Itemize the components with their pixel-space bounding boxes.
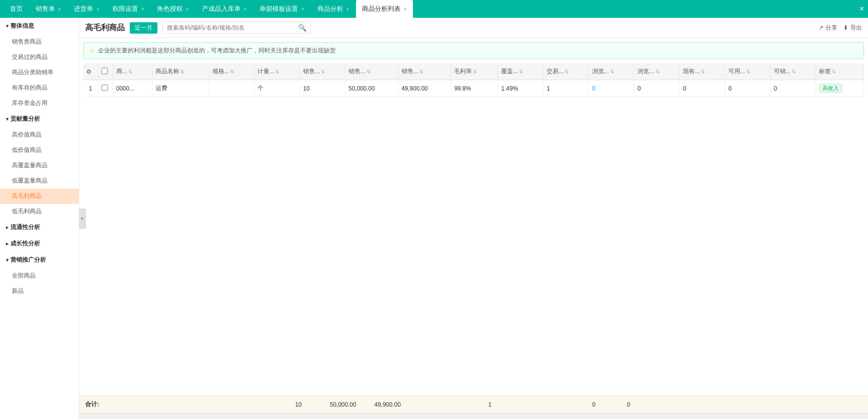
footer-cell-0 (109, 401, 193, 408)
sidebar-group-2[interactable]: ▸流通性分析 (0, 219, 79, 235)
col-header-coverage[interactable]: 覆盖...⇅ (498, 63, 544, 80)
col-header-available_stock[interactable]: 可用...⇅ (725, 63, 770, 80)
nav-item-5[interactable]: 产成品入库单× (196, 0, 253, 18)
sidebar-item-1-0[interactable]: 高价值商品 (0, 127, 79, 142)
sidebar-collapse-button[interactable]: « (79, 209, 86, 229)
footer-cell-15 (693, 401, 723, 408)
footer-cell-11 (555, 401, 589, 408)
col-header-gross_rate[interactable]: 毛利率⇅ (451, 63, 498, 80)
sidebar-item-1-2[interactable]: 高覆盖量商品 (0, 158, 79, 173)
table-container[interactable]: ⚙商...⇅商品名称⇅规格...⇅计量...⇅销售...⇅销售...⇅销售...… (83, 63, 864, 395)
export-button[interactable]: ⬇ 导出 (843, 24, 862, 32)
nav-item-2[interactable]: 进货单× (68, 0, 105, 18)
row-select-0[interactable] (102, 85, 108, 91)
col-header-name[interactable]: 商品名称⇅ (153, 63, 209, 80)
col-header-transactions[interactable]: 交易...⇅ (544, 63, 589, 80)
nav-close-icon-8[interactable]: × (404, 6, 407, 12)
col-header-browse2[interactable]: 浏览...⇅ (634, 63, 680, 80)
nav-close-icon-3[interactable]: × (141, 6, 144, 12)
nav-close-icon-6[interactable]: × (301, 6, 304, 12)
nav-item-0[interactable]: 首页 (4, 0, 29, 18)
collapse-icon: « (81, 216, 84, 221)
sort-icon-code[interactable]: ⇅ (128, 69, 132, 74)
nav-close-icon-2[interactable]: × (96, 6, 99, 12)
col-label-gross_rate: 毛利率 (454, 67, 472, 76)
col-header-sales_qty[interactable]: 销售...⇅ (300, 63, 346, 80)
sort-icon-spec[interactable]: ⇅ (230, 69, 234, 74)
row-0-sales_amount: 50,000.00 (345, 80, 398, 97)
footer-cell-10 (520, 401, 555, 408)
row-0-available_stock: 0 (725, 80, 770, 97)
sidebar-item-0-2[interactable]: 商品分类助销率 (0, 65, 79, 80)
sort-icon-sales_amount[interactable]: ⇅ (366, 69, 370, 74)
sidebar-group-0[interactable]: ▾整体信息 (0, 18, 79, 34)
col-header-sellable_stock[interactable]: 可销...⇅ (770, 63, 816, 80)
footer-cell-8 (451, 401, 485, 408)
sidebar-item-1-4[interactable]: 高毛利商品 (0, 188, 79, 204)
footer-cell-9: 1 (485, 401, 520, 408)
nav-item-4[interactable]: 角色授权× (151, 0, 195, 18)
sort-icon-sales_profit[interactable]: ⇅ (419, 69, 423, 74)
nav-item-6[interactable]: 单据模板设置× (254, 0, 310, 18)
top-navigation: 首页销售单×进货单×权限设置×角色授权×产成品入库单×单据模板设置×商品分析×商… (0, 0, 868, 18)
sidebar-item-4-0[interactable]: 全部商品 (0, 268, 79, 283)
sort-icon-name[interactable]: ⇅ (180, 69, 184, 74)
sidebar-item-1-5[interactable]: 低毛利商品 (0, 204, 79, 219)
search-box: 🔍 (162, 22, 311, 34)
sort-icon-coverage[interactable]: ⇅ (519, 69, 523, 74)
nav-close-icon-4[interactable]: × (186, 6, 189, 12)
sidebar-item-4-1[interactable]: 新品 (0, 283, 79, 299)
search-input[interactable] (167, 24, 298, 31)
col-header-checkbox[interactable] (98, 63, 113, 80)
sort-icon-transactions[interactable]: ⇅ (564, 69, 568, 74)
nav-close-icon-7[interactable]: × (346, 6, 349, 12)
nav-item-3[interactable]: 权限设置× (106, 0, 150, 18)
sidebar-item-0-4[interactable]: 库存资金占用 (0, 95, 79, 111)
horizontal-scrollbar[interactable] (79, 413, 868, 419)
sort-icon-available_stock[interactable]: ⇅ (746, 69, 750, 74)
col-header-tag[interactable]: 标签⇅ (816, 63, 864, 80)
time-filter-button[interactable]: 近一月 (130, 22, 157, 34)
sidebar-item-0-0[interactable]: 销售类商品 (0, 34, 79, 49)
notice-text: 企业的主要的利润都是这部分商品创造的，可考虑加大推广，同时关注库存是不要出现缺货 (98, 47, 336, 55)
col-header-browse1[interactable]: 浏览...⇅ (589, 63, 634, 80)
sort-icon-current_stock[interactable]: ⇅ (701, 69, 705, 74)
sort-icon-tag[interactable]: ⇅ (832, 69, 836, 74)
sidebar-group-3[interactable]: ▸成长性分析 (0, 235, 79, 252)
footer-cell-4: 10 (292, 401, 327, 408)
col-header-unit[interactable]: 计量...⇅ (255, 63, 300, 80)
tag-badge[interactable]: 高收入 (819, 84, 842, 93)
row-0-coverage: 1.49% (498, 80, 544, 97)
sidebar-item-1-1[interactable]: 低价值商品 (0, 142, 79, 158)
select-all-checkbox[interactable] (102, 68, 108, 74)
col-header-sales_amount[interactable]: 销售...⇅ (345, 63, 398, 80)
sidebar-group-4[interactable]: ▾营销推广分析 (0, 252, 79, 268)
settings-icon[interactable]: ⚙ (86, 68, 92, 75)
col-header-code[interactable]: 商...⇅ (113, 63, 153, 80)
nav-item-7[interactable]: 商品分析× (311, 0, 355, 18)
browse-link-0[interactable]: 0 (592, 85, 596, 92)
nav-item-8[interactable]: 商品分析列表× (356, 0, 412, 18)
close-all-tabs-icon[interactable]: × (860, 4, 864, 13)
sort-icon-browse1[interactable]: ⇅ (610, 69, 614, 74)
col-header-current_stock[interactable]: 现有...⇅ (680, 63, 725, 80)
sidebar-group-1[interactable]: ▾贡献量分析 (0, 111, 79, 127)
footer-cell-13: 0 (624, 401, 659, 408)
search-icon[interactable]: 🔍 (298, 24, 306, 32)
row-checkbox-0[interactable] (98, 80, 113, 97)
nav-item-1[interactable]: 销售单× (30, 0, 67, 18)
nav-close-icon-5[interactable]: × (244, 6, 247, 12)
col-header-spec[interactable]: 规格...⇅ (209, 63, 255, 80)
sort-icon-unit[interactable]: ⇅ (275, 69, 279, 74)
sort-icon-gross_rate[interactable]: ⇅ (473, 69, 477, 74)
sort-icon-browse2[interactable]: ⇅ (656, 69, 660, 74)
sidebar-item-0-3[interactable]: 有库存的商品 (0, 80, 79, 95)
sort-icon-sales_qty[interactable]: ⇅ (321, 69, 325, 74)
nav-close-icon-1[interactable]: × (58, 6, 61, 12)
share-button[interactable]: ↗ 分享 (818, 24, 837, 32)
col-header-sales_profit[interactable]: 销售...⇅ (398, 63, 451, 80)
sidebar-item-1-3[interactable]: 低覆盖量商品 (0, 173, 79, 188)
sort-icon-sellable_stock[interactable]: ⇅ (792, 69, 796, 74)
sidebar-item-0-1[interactable]: 交易过的商品 (0, 49, 79, 65)
col-settings[interactable]: ⚙ (83, 63, 98, 80)
